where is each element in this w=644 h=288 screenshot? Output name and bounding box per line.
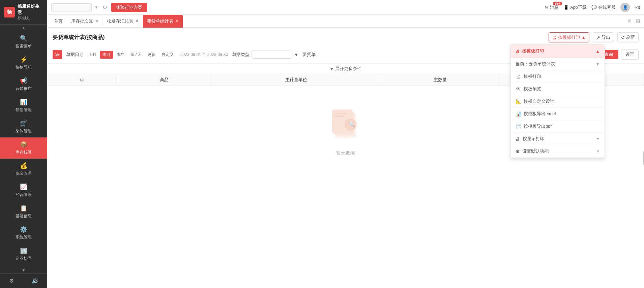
sidebar-item-basic-info[interactable]: 📋 基础信息 — [0, 201, 47, 222]
sales-icon: 📊 — [20, 98, 27, 106]
quick-nav-icon: ⚡ — [20, 56, 27, 63]
expand-chevron-icon: ▼ — [330, 66, 334, 71]
sidebar-item-system[interactable]: ⚙️ 系统管理 — [0, 222, 47, 244]
date-more[interactable]: 更多 — [145, 51, 158, 59]
item-printer-icon: 🖨 — [516, 74, 521, 79]
tab-close-order-stats[interactable]: ✕ — [175, 19, 179, 24]
dropdown-close-icon[interactable]: ▲ — [595, 49, 600, 54]
template-print-button[interactable]: 🖨 按模板打印 ▲ — [549, 32, 589, 42]
date-prev-month[interactable]: 上月 — [86, 51, 99, 59]
purchase-icon: 🛒 — [20, 120, 27, 127]
content-area: 要货单统计表(按商品) 🖨 按模板打印 ▲ ↗ 导出 ↺ 刷新 — [47, 28, 644, 288]
operations-icon: 📈 — [20, 183, 27, 191]
page-header: 要货单统计表(按商品) 🖨 按模板打印 ▲ ↗ 导出 ↺ 刷新 — [47, 28, 644, 46]
messages-action[interactable]: ✉ 消息 99+ — [545, 4, 559, 10]
sidebar-item-purchase[interactable]: 🛒 采购管理 — [0, 116, 47, 137]
export-icon: ↗ — [596, 35, 600, 40]
table-header-unit: 主计量单位 — [212, 74, 380, 86]
dropdown-item-template-preview[interactable]: 👁 模板预览 — [511, 83, 605, 95]
refresh-button[interactable]: ↺ 刷新 — [617, 32, 639, 42]
avatar[interactable]: 👤 — [620, 3, 630, 12]
page-content: 要货单统计表(按商品) 🖨 按模板打印 ▲ ↗ 导出 ↺ 刷新 — [47, 28, 644, 288]
svg-rect-5 — [335, 116, 344, 117]
breadcrumb-input[interactable] — [51, 3, 92, 11]
dropdown-item-export-pdf[interactable]: 📄 按模板导出pdf — [511, 120, 605, 133]
date-custom[interactable]: 自定义 — [159, 51, 176, 59]
sidebar-item-marketing[interactable]: 📢 营销推广 — [0, 74, 47, 95]
item-pdf-icon: 📄 — [516, 124, 521, 129]
sidebar-item-enterprise[interactable]: 🏢 企业协同 — [0, 244, 47, 265]
sidebar-item-sales[interactable]: 📊 销售管理 — [0, 95, 47, 116]
tab-receipt-summary[interactable]: 收发存汇总表 ✕ — [103, 15, 143, 28]
scrollbar-indicator[interactable] — [643, 151, 644, 165]
doc-type-select[interactable] — [252, 51, 292, 59]
search-icon: 🔍 — [20, 35, 27, 42]
trial-button[interactable]: 体验行业方案 — [111, 3, 147, 12]
printer-icon: 🖨 — [552, 35, 557, 40]
app-logo: 畅 畅康通好生意 标准版 — [0, 0, 47, 25]
doc-type-label: 单据类型 — [232, 52, 250, 58]
tab-close-inventory-batch[interactable]: ✕ — [95, 19, 98, 24]
sidebar-nav: 🔍 搜索菜单 ⚡ 快捷导航 📢 营销推广 📊 销售管理 🛒 采购管理 📦 库存核… — [0, 31, 47, 266]
system-icon: ⚙️ — [20, 226, 27, 233]
empty-text: 暂无数据 — [336, 150, 355, 156]
date-range-text: 2023-06-01 至 2023-06-30 — [180, 52, 228, 58]
chevron-up-icon: ▲ — [581, 35, 586, 40]
app-download-action[interactable]: 📱 App下载 — [563, 4, 587, 10]
dropdown-item-display-print[interactable]: 🖨 按显示打印 ▼ — [511, 133, 605, 145]
header-chevron-icon[interactable]: ▼ — [94, 5, 98, 10]
item-excel-icon: 📊 — [516, 111, 521, 117]
date-options: 上月 本月 本年 近7天 更多 自定义 — [86, 51, 176, 59]
sidebar: 畅 畅康通好生意 标准版 ▲ 🔍 搜索菜单 ⚡ 快捷导航 📢 营销推广 📊 销售… — [0, 0, 47, 288]
tabs-close-all[interactable]: ✕ — [624, 18, 634, 24]
header-actions: ✉ 消息 99+ 📱 App下载 💬 在线客服 👤 Rit — [545, 3, 640, 12]
sidebar-scroll-down[interactable]: ▼ — [0, 266, 47, 273]
export-button[interactable]: ↗ 导出 — [593, 32, 614, 42]
sidebar-scroll-up[interactable]: ▲ — [0, 25, 47, 31]
current-chevron-icon: ▼ — [595, 62, 600, 67]
date-last-7-days[interactable]: 近7天 — [128, 51, 144, 59]
marketing-icon: 📢 — [20, 77, 27, 85]
sidebar-item-search[interactable]: 🔍 搜索菜单 — [0, 31, 47, 53]
tab-inventory-batch[interactable]: 库存批次账 ✕ — [67, 15, 103, 28]
dropdown-item-template-print[interactable]: 🖨 模板打印 — [511, 70, 605, 83]
table-settings-icon[interactable]: ⚙ — [80, 77, 84, 83]
tab-home[interactable]: 首页 — [50, 15, 67, 28]
tab-order-stats[interactable]: 要货单统计表 ✕ — [143, 15, 183, 28]
dropdown-expand-chevron-1: ▼ — [596, 137, 600, 141]
sidebar-item-finance[interactable]: 💰 资金管理 — [0, 159, 47, 180]
item-default-fn-icon: ⚙ — [516, 149, 520, 154]
download-icon: 📱 — [563, 5, 569, 10]
date-current-year[interactable]: 本年 — [114, 51, 127, 59]
dropdown-item-export-excel[interactable]: 📊 按模板导出excel — [511, 108, 605, 120]
table-header-product: 商品 — [117, 74, 212, 86]
tab-close-receipt-summary[interactable]: ✕ — [135, 19, 139, 24]
sidebar-item-inventory[interactable]: 📦 库存核算 — [0, 137, 47, 159]
settings-bottom-icon[interactable]: ⚙ — [6, 276, 17, 285]
doc-type-filter-group: 单据类型 ▼ — [232, 51, 298, 59]
item-preview-icon: 👁 — [516, 86, 521, 92]
filter-toggle-button[interactable]: ≫ — [53, 50, 62, 59]
sidebar-item-operations[interactable]: 📈 经营管理 — [0, 180, 47, 201]
page-title: 要货单统计表(按商品) — [53, 34, 105, 41]
service-icon: 💬 — [591, 5, 597, 10]
dropdown-item-default-function[interactable]: ⚙ 设置默认功能 ▼ — [511, 145, 605, 158]
template-print-dropdown: 🖨 按模板打印 ▲ 当前：要货单统计表 ▼ 🖨 模板打印 — [510, 44, 605, 158]
dropdown-item-template-custom[interactable]: 📐 模板自定义设计 — [511, 95, 605, 108]
message-icon: ✉ — [545, 5, 549, 10]
table-header-settings[interactable]: ⚙ — [48, 74, 117, 86]
online-service-action[interactable]: 💬 在线客服 — [591, 4, 616, 10]
enterprise-icon: 🏢 — [20, 247, 27, 254]
tabs-expand-icon[interactable]: ⊞ — [634, 18, 641, 24]
settings-button[interactable]: 设置 — [621, 50, 639, 60]
avatar-image: 👤 — [623, 5, 628, 10]
yaohuo-label: 要货单 — [302, 52, 316, 58]
svg-rect-4 — [335, 113, 347, 114]
header-gear-icon[interactable]: ⚙ — [103, 4, 107, 10]
date-current-month[interactable]: 本月 — [100, 51, 113, 59]
top-header: ▼ ⚙ 体验行业方案 ✉ 消息 99+ 📱 App下载 💬 在线客服 👤 Rit — [47, 0, 644, 15]
item-custom-icon: 📐 — [516, 99, 521, 104]
sound-bottom-icon[interactable]: 🔊 — [29, 276, 41, 285]
messages-badge: 99+ — [553, 2, 562, 5]
sidebar-item-quick-nav[interactable]: ⚡ 快捷导航 — [0, 53, 47, 74]
